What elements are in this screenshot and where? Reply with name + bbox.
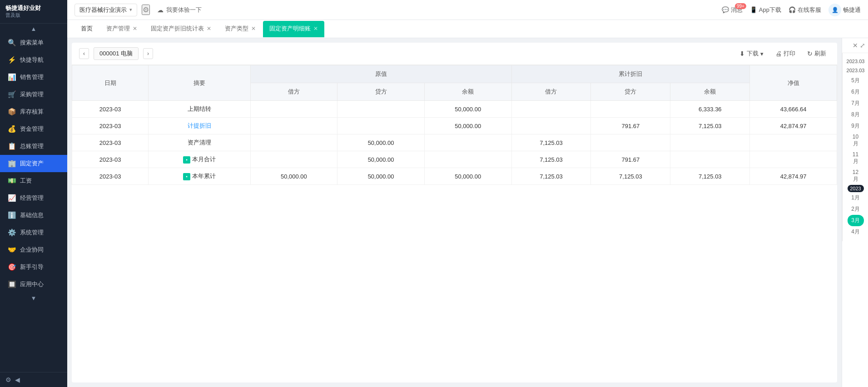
sidebar-item-label: 新手引导 [20, 263, 44, 271]
box-icon: 📦 [7, 108, 16, 116]
timeline-month-3[interactable]: 3月 [848, 215, 864, 226]
company-selector[interactable]: 医疗器械行业演示 ▾ [74, 4, 137, 16]
table-row: 2023-03 上期结转 50,000.00 6,333.36 43,666.6… [72, 101, 837, 118]
sidebar-item-label: 快捷导航 [20, 56, 44, 64]
tab-depreciation-label: 固定资产折旧统计表 [151, 25, 204, 33]
download-btn[interactable]: ⬇ 下载 ▾ [736, 48, 767, 60]
table-row: 2023-03 ▪本年累计 50,000.00 50,000.00 50,000… [72, 168, 837, 185]
prev-asset-btn[interactable]: ‹ [79, 48, 89, 59]
cell-accum-debit [511, 101, 591, 118]
sidebar-item-fixed-assets[interactable]: 🏢 固定资产 [0, 155, 67, 172]
cell-orig-debit [250, 101, 337, 118]
toolbar: ‹ 000001 电脑 › ⬇ 下载 ▾ 🖨 打印 ↻ 刷新 [72, 43, 837, 65]
sidebar-item-capital[interactable]: 💰 资金管理 [0, 120, 67, 138]
tab-asset-mgmt[interactable]: 资产管理 ✕ [100, 21, 144, 37]
sidebar-item-purchase[interactable]: 🛒 采购管理 [0, 86, 67, 103]
timeline-header1: 2023.03 [846, 57, 866, 66]
row-tag-icon: ▪ [183, 173, 190, 180]
notifications-badge: 99+ [735, 3, 746, 9]
refresh-btn[interactable]: ↻ 刷新 [804, 48, 830, 60]
sidebar-scroll-down[interactable]: ▼ [0, 293, 67, 303]
timeline-month-10[interactable]: 10月 [848, 132, 864, 149]
sidebar-item-basic[interactable]: ℹ️ 基础信息 [0, 207, 67, 224]
money-icon: 💰 [7, 125, 16, 133]
sidebar-item-label: 基础信息 [20, 211, 44, 219]
print-icon: 🖨 [775, 50, 782, 57]
download-label: 下载 [747, 50, 759, 58]
apps-icon: 🔲 [7, 280, 16, 288]
timeline-month-7[interactable]: 7月 [848, 98, 864, 109]
sidebar-item-apps[interactable]: 🔲 应用中心 [0, 276, 67, 293]
cell-orig-credit: 50,000.00 [337, 151, 425, 168]
timeline-month-1[interactable]: 1月 [848, 192, 864, 203]
close-panel-btn[interactable]: ✕ [853, 42, 858, 49]
experience-button[interactable]: ☁ 我要体验一下 [157, 6, 202, 14]
service-icon: 🎧 [789, 6, 796, 13]
expand-panel-btn[interactable]: ⤢ [860, 42, 865, 49]
print-btn[interactable]: 🖨 打印 [772, 48, 799, 60]
timeline-month-6[interactable]: 6月 [848, 86, 864, 98]
sidebar-bottom: ⚙ ◀ [0, 372, 67, 387]
user-profile[interactable]: 👤 畅捷通 [828, 4, 861, 16]
trend-icon: 📈 [7, 194, 16, 202]
timeline-month-11[interactable]: 11月 [848, 149, 864, 167]
sidebar-item-guide[interactable]: 🎯 新手引导 [0, 258, 67, 276]
tab-depreciation-table[interactable]: 固定资产折旧统计表 ✕ [144, 21, 218, 37]
sidebar-item-quicknav[interactable]: ⚡ 快捷导航 [0, 51, 67, 69]
collapse-sidebar-btn[interactable]: ◀ [15, 376, 20, 383]
cell-orig-debit [250, 134, 337, 151]
cell-orig-debit: 50,000.00 [250, 168, 337, 185]
timeline-month-2[interactable]: 2月 [848, 203, 864, 215]
sidebar-scroll-up[interactable]: ▲ [0, 24, 67, 34]
sidebar-item-collab[interactable]: 🤝 企业协同 [0, 241, 67, 258]
sidebar-item-search[interactable]: 🔍 搜索菜单 [0, 34, 67, 51]
timeline-month-8[interactable]: 8月 [848, 109, 864, 120]
timeline-month-5[interactable]: 5月 [848, 75, 864, 86]
tab-close-icon[interactable]: ✕ [207, 25, 211, 32]
sidebar-item-sales[interactable]: 📊 销售管理 [0, 69, 67, 86]
cell-orig-credit [337, 118, 425, 134]
tab-home[interactable]: 首页 [74, 21, 99, 37]
sidebar-item-system[interactable]: ⚙️ 系统管理 [0, 224, 67, 241]
sidebar-item-operations[interactable]: 📈 经营管理 [0, 189, 67, 207]
cell-accum-credit [591, 101, 670, 118]
tab-bar: 首页 资产管理 ✕ 固定资产折旧统计表 ✕ 资产类型 ✕ 固定资产明细账 ✕ [67, 20, 868, 38]
cell-net-value: 43,666.64 [750, 101, 837, 118]
sidebar-item-inventory[interactable]: 📦 库存核算 [0, 103, 67, 120]
cell-net-value [750, 151, 837, 168]
settings-bottom-icon[interactable]: ⚙ [5, 376, 11, 383]
summary-text: 本月合计 [192, 156, 216, 163]
app-download-btn[interactable]: 📱 App下载 [750, 6, 781, 14]
sidebar-item-ledger[interactable]: 📋 总账管理 [0, 138, 67, 155]
main-panel: ‹ 000001 电脑 › ⬇ 下载 ▾ 🖨 打印 ↻ 刷新 [72, 43, 837, 382]
th-accum-depreciation: 累计折旧 [511, 65, 750, 83]
cell-orig-credit [337, 101, 425, 118]
customer-service-btn[interactable]: 🎧 在线客服 [789, 6, 821, 14]
tab-close-icon[interactable]: ✕ [313, 25, 318, 32]
tab-asset-detail[interactable]: 固定资产明细账 ✕ [263, 21, 324, 37]
timeline-month-12[interactable]: 12月 [848, 167, 864, 185]
th-summary: 摘要 [149, 65, 250, 101]
search-icon: 🔍 [7, 39, 16, 47]
notifications-btn[interactable]: 💬 消息 99+ [722, 6, 743, 14]
cell-accum-debit: 7,125.03 [511, 151, 591, 168]
cell-date: 2023-03 [72, 101, 149, 118]
timeline-month-4[interactable]: 4月 [848, 226, 864, 238]
next-asset-btn[interactable]: › [143, 48, 153, 59]
lightning-icon: ⚡ [7, 56, 16, 64]
cell-accum-balance [670, 151, 750, 168]
print-label: 打印 [784, 50, 795, 58]
settings-button[interactable]: ⚙ [142, 5, 150, 15]
table-container: 日期 摘要 原值 累计折旧 净值 借方 贷方 余额 借方 贷方 余额 [72, 65, 837, 382]
chevron-down-icon: ▾ [129, 7, 132, 13]
timeline-month-9[interactable]: 9月 [848, 120, 864, 132]
summary-text[interactable]: 计提折旧 [188, 122, 211, 129]
tab-close-icon[interactable]: ✕ [251, 25, 256, 32]
sidebar-item-salary[interactable]: 💵 工资 [0, 172, 67, 189]
th-accum-balance: 余额 [670, 83, 750, 101]
tab-close-icon[interactable]: ✕ [133, 25, 137, 32]
tab-asset-type[interactable]: 资产类型 ✕ [218, 21, 262, 37]
summary-text: 资产清理 [188, 139, 211, 146]
cell-orig-debit [250, 151, 337, 168]
refresh-icon: ↻ [807, 50, 813, 57]
